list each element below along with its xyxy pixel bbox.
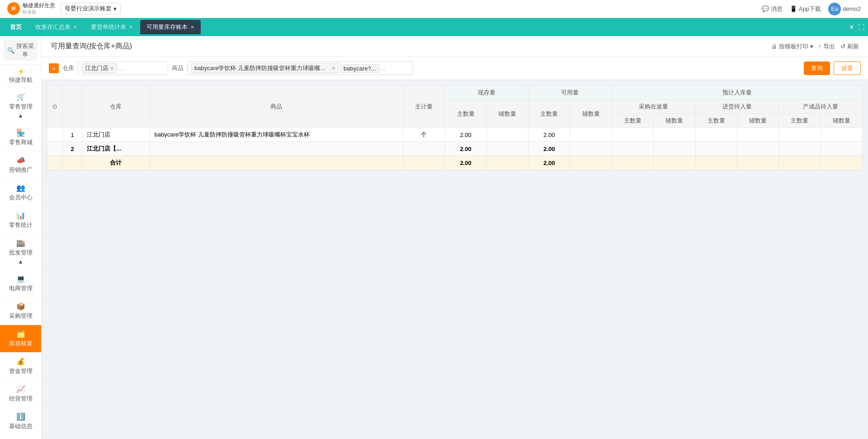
message-label: 消息 <box>771 5 783 13</box>
sidebar-item-member-label: 会员中心 <box>9 194 33 202</box>
refresh-btn[interactable]: ↺ 刷新 <box>840 42 859 51</box>
query-btn[interactable]: 查询 <box>804 61 830 75</box>
sidebar-item-inventory[interactable]: 🗂️ 库存核算 <box>0 325 41 353</box>
nav-actions: ✕ ⛶ <box>849 24 864 31</box>
tab-available[interactable]: 可用量库存账本 ✕ <box>140 20 201 34</box>
tab-receive[interactable]: 收发存汇总表 ✕ <box>29 20 84 34</box>
table-row: 1 江北门店 babycare学饮杯 儿童防摔防撞吸管杯重力球吸嘴杯宝宝水杯 个… <box>47 128 863 142</box>
avatar: Ea <box>828 3 841 15</box>
search-icon: 🔍 <box>7 47 14 54</box>
tab-order[interactable]: 要货单统计表 ✕ <box>85 20 139 34</box>
tab-receive-label: 收发存汇总表 <box>35 23 71 31</box>
logo-text-group: 畅捷通好生意 标准版 <box>23 2 55 15</box>
inventory-icon: 🗂️ <box>16 330 25 338</box>
sidebar-item-purchase-label: 采购管理 <box>9 312 33 320</box>
user-name: demo2 <box>843 5 861 12</box>
footer-settings <box>47 156 63 170</box>
warehouse-more-btn[interactable]: ... <box>119 65 124 72</box>
footer-current-main: 2.00 <box>445 156 486 170</box>
sidebar-item-member[interactable]: 👥 会员中心 <box>0 179 41 207</box>
cell-purchase-aux-1 <box>654 128 695 142</box>
arrow-icon: ▲ <box>18 112 24 119</box>
message-icon: 💬 <box>762 5 769 12</box>
tab-receive-close[interactable]: ✕ <box>73 24 77 30</box>
th-purchase-main: 主数量 <box>612 114 653 128</box>
cell-production-main-1 <box>779 128 821 142</box>
cell-warehouse-2: 江北门店【... <box>82 142 150 156</box>
sidebar-item-inventory-label: 库存核算 <box>9 340 33 348</box>
sidebar-quick-nav[interactable]: ⚡ 快捷导航 <box>0 65 41 88</box>
cell-current-aux-2 <box>486 142 528 156</box>
tab-available-close[interactable]: ✕ <box>190 24 194 30</box>
app-download-btn[interactable]: 📱 App下载 <box>790 5 821 13</box>
cell-unit-1: 个 <box>403 128 445 142</box>
tab-order-close[interactable]: ✕ <box>129 24 133 30</box>
warehouse-tag: 江北门店 ✕ <box>82 63 117 73</box>
basic-icon: ℹ️ <box>16 412 25 421</box>
print-btn[interactable]: 🖨 按模板打印 ▾ <box>771 42 813 51</box>
cell-production-aux-2 <box>821 142 862 156</box>
product-tag1: babycare学饮杯 儿童防摔防撞吸管杯重力球吸嘴杯宝宝水杯 ✕ <box>191 63 339 73</box>
top-bar-right: 💬 消息 📱 App下载 Ea demo2 <box>762 3 861 15</box>
cell-incoming-main-2 <box>695 142 737 156</box>
footer-label: 合计 <box>82 156 150 170</box>
sidebar-item-retail[interactable]: 🛒 零售管理 ▲ <box>0 88 41 124</box>
sidebar-item-retail-stats[interactable]: 📊 零售统计 <box>0 207 41 234</box>
sidebar-item-retail-shop[interactable]: 🏪 零售商城 <box>0 124 41 151</box>
user-menu[interactable]: Ea demo2 <box>828 3 861 15</box>
nav-expand-icon[interactable]: ⛶ <box>858 24 864 31</box>
tab-home[interactable]: 首页 <box>4 20 28 34</box>
th-production-aux: 辅数量 <box>821 114 862 128</box>
warehouse-label: 仓库 <box>62 64 74 72</box>
product-input[interactable]: babycare学饮杯 儿童防摔防撞吸管杯重力球吸嘴杯宝宝水杯 ✕ babyca… <box>187 61 413 75</box>
logo-text: 畅捷通好生意 <box>23 2 55 9</box>
table-area: ⚙ 仓库 商品 主计量 现存量 可用量 预计入库量 主数量 辅数量 主数量 <box>42 80 868 439</box>
sidebar-item-finance[interactable]: 💰 资金管理 <box>0 353 41 380</box>
industry-label: 母婴行业演示账套 <box>65 5 112 13</box>
sidebar-item-wholesale-label: 批发管理 <box>9 249 33 257</box>
finance-icon: 💰 <box>16 357 25 366</box>
cell-avail-aux-2 <box>570 142 612 156</box>
filter-expand-btn[interactable]: » <box>49 63 59 73</box>
product-tag1-remove[interactable]: ✕ <box>331 66 335 71</box>
sidebar-item-marketing[interactable]: 📣 营销推广 <box>0 151 41 179</box>
mobile-icon: 📱 <box>790 5 797 12</box>
message-btn[interactable]: 💬 消息 <box>762 5 783 13</box>
warehouse-tag-remove[interactable]: ✕ <box>110 66 114 71</box>
logo-sub: 标准版 <box>23 9 55 15</box>
table-footer-row: 合计 2.00 2.00 <box>47 156 863 170</box>
refresh-icon: ↺ <box>840 43 845 50</box>
nav-close-icon[interactable]: ✕ <box>849 24 854 31</box>
product-more-btn[interactable]: ... <box>381 65 386 72</box>
industry-select[interactable]: 母婴行业演示账套 ▾ <box>61 3 121 14</box>
sidebar-item-wholesale[interactable]: 🏬 批发管理 ▲ <box>0 234 41 270</box>
cell-settings-2 <box>47 142 63 156</box>
tab-home-label: 首页 <box>10 23 22 31</box>
cell-current-aux-1 <box>486 128 528 142</box>
sidebar-item-ecommerce[interactable]: 💻 电商管理 <box>0 270 41 297</box>
print-arrow-icon: ▾ <box>810 43 813 50</box>
export-btn[interactable]: ↑ 导出 <box>819 42 835 51</box>
sidebar-item-system[interactable]: ⚙️ 系统管理 <box>0 435 41 439</box>
tab-available-label: 可用量库存账本 <box>146 23 188 31</box>
sidebar: 🔍 搜索菜单 ⚡ 快捷导航 🛒 零售管理 ▲ 🏪 零售商城 📣 营销推广 👥 会… <box>0 36 42 439</box>
sidebar-item-operation[interactable]: 📈 经营管理 <box>0 380 41 408</box>
warehouse-input[interactable]: 江北门店 ✕ ... <box>78 61 168 75</box>
search-menu-btn[interactable]: 🔍 搜索菜单 <box>4 40 38 61</box>
shop-icon: 🏪 <box>16 128 25 137</box>
product-label: 商品 <box>172 64 184 72</box>
cell-settings-1 <box>47 128 63 142</box>
footer-purchase-main <box>612 156 653 170</box>
column-settings-icon[interactable]: ⚙ <box>52 103 58 110</box>
footer-incoming-main <box>695 156 737 170</box>
footer-current-aux <box>486 156 528 170</box>
content-area: 可用量查询(按仓库+商品) 🖨 按模板打印 ▾ ↑ 导出 ↺ 刷新 » <box>42 36 868 439</box>
th-purchase-transit: 采购在途量 <box>612 100 695 114</box>
cell-index-2: 2 <box>63 142 82 156</box>
settings-btn[interactable]: 设置 <box>834 61 861 75</box>
cell-purchase-aux-2 <box>654 142 695 156</box>
sidebar-item-basic[interactable]: ℹ️ 基础信息 <box>0 408 41 435</box>
search-label: 搜索菜单 <box>16 42 34 58</box>
sidebar-item-purchase[interactable]: 📦 采购管理 <box>0 297 41 325</box>
sidebar-item-operation-label: 经营管理 <box>9 395 33 403</box>
